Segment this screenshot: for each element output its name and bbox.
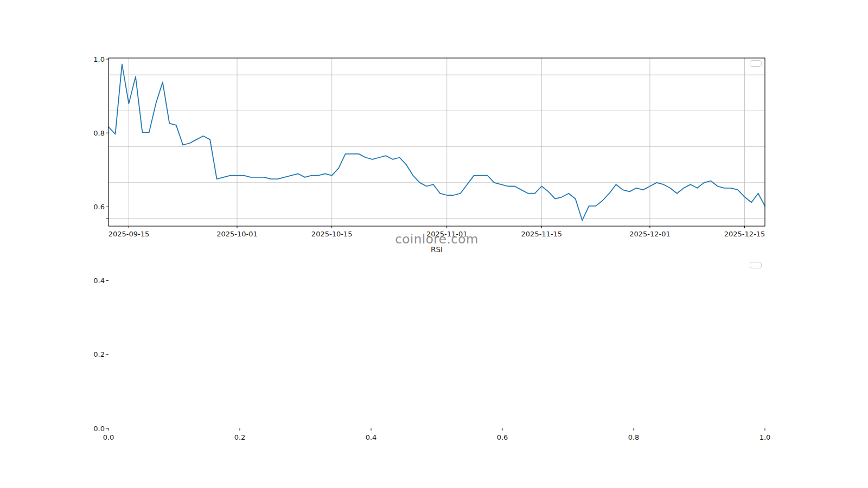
ghost-xtick-label: 0.6 [497,433,508,441]
chart-canvas: 1.00.80.60.40.20.00.00.20.40.60.81.02025… [0,0,868,488]
price-xtick-label: 2025-11-15 [521,230,563,238]
ghost-ytick-label: 0.8 [93,129,105,137]
ghost-xtick-label: 0.4 [366,433,377,441]
ghost-ytick-label: 1.0 [93,55,105,63]
ghost-xtick-label: 0.2 [234,433,246,441]
ghost-ytick-label: 0.6 [93,203,105,211]
rsi-panel-title: RSI [108,245,765,254]
ghost-ytick-label: 0.0 [93,425,105,433]
price-xtick-label: 2025-10-01 [216,230,258,238]
price-xtick-label: 2025-12-15 [724,230,765,238]
price-xtick-label: 2025-12-01 [629,230,671,238]
price-legend [750,60,762,67]
ghost-ytick-label: 0.2 [93,350,105,358]
price-xtick-label: 2025-09-15 [108,230,150,238]
series-line-close [108,64,765,220]
ghost-xtick-label: 1.0 [760,433,771,441]
price-xtick-label: 2025-10-15 [311,230,353,238]
ghost-xtick-label: 0.8 [628,433,640,441]
rsi-legend [750,262,762,268]
price-spines [108,58,765,226]
ghost-ytick-label: 0.4 [93,277,105,285]
price-gridlines [108,58,765,226]
figure: coinlore.com 1.00.80.60.40.20.00.00.20.4… [0,0,868,488]
ghost-xtick-label: 0.0 [103,433,114,441]
price-chart: 2025-09-152025-10-012025-10-152025-11-01… [106,58,765,238]
price-ticks-and-labels: 2025-09-152025-10-012025-10-152025-11-01… [106,219,765,238]
price-xtick-label: 2025-11-01 [426,230,468,238]
